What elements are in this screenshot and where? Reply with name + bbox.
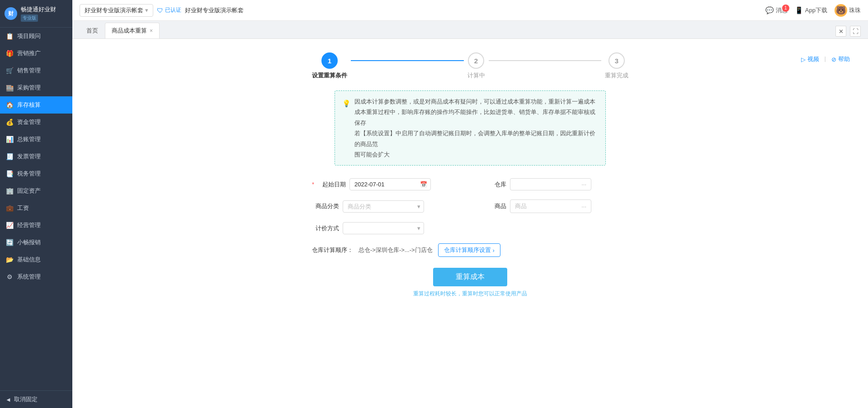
warehouse-order-value: 总仓->深圳仓库->...->门店仓 [359,246,433,254]
warehouse-order-btn[interactable]: 仓库计算顺序设置 › [438,243,500,257]
sidebar-icon-xitong: ⚙ [5,273,14,281]
sidebar-label-xitong: 系统管理 [17,273,41,281]
sidebar-icon-zijin: 💰 [5,118,14,126]
account-select[interactable]: 好业财专业版演示帐套 ▾ [80,4,153,17]
video-btn[interactable]: ▷ 视频 [801,55,819,63]
info-line-4: 围可能会扩大 [354,149,598,160]
sidebar-item-xiaopao[interactable]: 🔄 小畅报销 [0,234,72,251]
sidebar-label-kucun: 库存核算 [17,101,41,109]
sidebar-item-xiangmu[interactable]: 📋 项目顾问 [0,28,72,45]
user-avatar-area[interactable]: 🐻 珠珠 [835,4,861,17]
sidebar-item-kucun[interactable]: 🏠 库存核算 [0,96,72,114]
recalc-btn[interactable]: 重算成本 [433,268,507,286]
info-line-3: 若【系统设置】中启用了自动调整记账日期时，会调整入库单的整单记账日期，因此重新计… [354,128,598,149]
dots-icon-goods: ··· [581,203,586,210]
form-row-1: * 起始日期 📅 仓库 ··· [312,178,628,190]
recalc-btn-label: 重算成本 [456,273,485,280]
sidebar-label-gongzi: 工资 [17,204,29,212]
sidebar-label-jichu: 基础信息 [17,256,41,264]
sidebar-item-zhangwu[interactable]: 📊 总账管理 [0,131,72,148]
start-date-label: 起始日期 [319,180,346,189]
calendar-icon[interactable]: 📅 [420,181,427,188]
goods-placeholder: 商品 [515,202,581,210]
user-name: 珠珠 [849,6,861,14]
warehouse-order-label: 仓库计算顺序： [312,246,353,254]
sidebar-icon-yingxiao: 🎁 [5,49,14,57]
dots-icon: ··· [581,181,586,188]
sidebar-item-jichu[interactable]: 📂 基础信息 [0,251,72,268]
cancel-fixed-btn[interactable]: ◄ 取消固定 [0,390,72,408]
goods-input[interactable]: 商品 ··· [510,199,591,213]
sidebar-label-jingying: 经营管理 [17,221,41,229]
goods-field: 商品 商品 ··· [479,199,628,213]
sidebar-icon-fapiao: 🧾 [5,152,14,161]
sidebar-label-xiaopao: 小畅报销 [17,238,41,247]
topbar-left: 好业财专业版演示帐套 ▾ 🛡 已认证 好业财专业版演示帐套 [80,4,244,17]
sidebar-label-xiangmu: 项目顾问 [17,32,41,40]
warehouse-input[interactable]: ··· [510,178,591,190]
verified-label: 已认证 [165,6,181,14]
step-1: 1 设置重算条件 [312,52,347,80]
category-field: 商品分类 商品分类 ▾ [312,200,461,213]
step-2-circle: 2 [468,52,484,69]
page-content: 1 设置重算条件 2 计算中 3 重算完成 [72,39,868,408]
video-label: 视频 [807,55,819,63]
required-mark: * [312,181,314,188]
app-logo-text: 畅捷通好业财 专业版 [21,5,56,22]
tab-close-icon[interactable]: × [150,28,153,34]
maximize-btn[interactable]: ⛶ [850,26,861,37]
sidebar-item-xitong[interactable]: ⚙ 系统管理 [0,268,72,285]
sidebar-item-xiaoshou[interactable]: 🛒 销售管理 [0,62,72,79]
close-window-btn[interactable]: ✕ [835,26,846,37]
sidebar-item-gudingzichan[interactable]: 🏢 固定资产 [0,182,72,199]
step-line-1 [351,60,464,61]
step-line-2 [489,60,602,61]
sidebar-item-jingying[interactable]: 📈 经营管理 [0,217,72,234]
step-3-circle: 3 [609,52,625,69]
sidebar-item-shuiwu[interactable]: 📑 税务管理 [0,165,72,182]
account-select-label: 好业财专业版演示帐套 [85,6,143,14]
sidebar-icon-shuiwu: 📑 [5,170,14,178]
step-3: 3 重算完成 [605,52,628,80]
tab-cost-label: 商品成本重算 [112,27,147,35]
tab-home-label: 首页 [86,27,98,35]
warehouse-label: 仓库 [479,180,506,189]
sidebar-item-fapiao[interactable]: 🧾 发票管理 [0,148,72,165]
info-line-1: 因成本计算参数调整，或是对商品成本有疑问时，可以通过成本重算功能，重新计算一遍成… [354,96,598,107]
sidebar-label-gudingzichan: 固定资产 [17,187,41,195]
sidebar-item-zijin[interactable]: 💰 资金管理 [0,114,72,131]
sidebar-item-yingxiao[interactable]: 🎁 营销推广 [0,45,72,62]
form-row-3: 计价方式 ▾ [312,222,628,234]
step-3-label: 重算完成 [605,71,628,80]
sidebar-icon-xiaopao: 🔄 [5,238,14,247]
sidebar-label-yingxiao: 营销推广 [17,49,41,57]
warehouse-order-btn-label: 仓库计算顺序设置 [444,246,491,254]
recalc-section: 重算成本 重算过程耗时较长，重算时您可以正常使用产品 [312,268,628,298]
sidebar-icon-gudingzichan: 🏢 [5,187,14,195]
category-select[interactable]: 商品分类 [343,200,424,213]
start-date-input[interactable] [349,178,431,190]
topbar-right: 💬 消息 1 📱 App下载 🐻 珠珠 [765,4,861,17]
sidebar-icon-jichu: 📂 [5,256,14,264]
sidebar-icon-jingying: 📈 [5,221,14,229]
user-avatar: 🐻 [835,4,847,17]
tab-home[interactable]: 首页 [80,23,105,38]
category-label: 商品分类 [312,202,339,210]
sidebar-item-caigou[interactable]: 🏬 采购管理 [0,79,72,96]
tab-cost-recalc[interactable]: 商品成本重算 × [105,23,160,38]
topbar: 好业财专业版演示帐套 ▾ 🛡 已认证 好业财专业版演示帐套 💬 消息 1 📱 A… [72,0,868,21]
message-btn[interactable]: 💬 消息 1 [765,6,788,14]
sidebar-icon-xiaoshou: 🛒 [5,66,14,75]
info-icon: 💡 [342,97,351,160]
step-1-circle: 1 [321,52,338,69]
sidebar-item-gongzi[interactable]: 💼 工资 [0,199,72,217]
pricing-label: 计价方式 [312,224,339,232]
phone-icon: 📱 [795,6,803,14]
help-btn[interactable]: ⊘ 帮助 [831,55,850,63]
app-download-label: App下载 [805,6,827,14]
pricing-select[interactable] [343,222,424,234]
app-download-btn[interactable]: 📱 App下载 [795,6,827,14]
verified-badge: 🛡 已认证 [157,6,181,14]
sidebar-icon-xiangmu: 📋 [5,32,14,40]
warehouse-field: 仓库 ··· [479,178,628,190]
